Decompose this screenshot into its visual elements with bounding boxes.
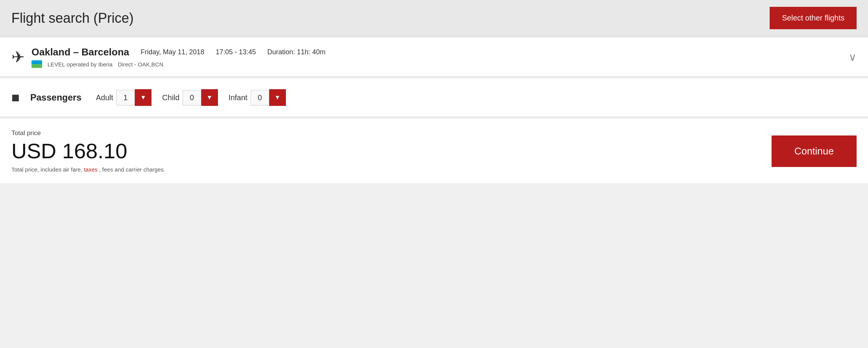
passengers-section: ■ Passengers Adult 1 ▼ Child 0 ▼ Infant … bbox=[0, 79, 868, 117]
infant-count: 0 bbox=[251, 90, 269, 106]
child-group: Child 0 ▼ bbox=[162, 89, 218, 106]
flight-time: 17:05 - 13:45 bbox=[216, 48, 256, 56]
header-bar: Flight search (Price) Select other fligh… bbox=[0, 0, 868, 36]
flight-section: ✈ Oakland – Barcelona Friday, May 11, 20… bbox=[0, 38, 868, 77]
total-price-label: Total price bbox=[11, 129, 165, 137]
passengers-icon: ■ bbox=[11, 90, 20, 106]
price-note-after: , fees and carrier charges. bbox=[99, 166, 165, 173]
price-note: Total price, includes air fare, taxes , … bbox=[11, 166, 165, 173]
flight-sub-row: LEVEL operated by Iberia Direct - OAK,BC… bbox=[32, 60, 325, 68]
infant-group: Infant 0 ▼ bbox=[229, 89, 286, 106]
select-other-flights-button[interactable]: Select other flights bbox=[770, 7, 857, 29]
flight-expand-chevron[interactable]: ∨ bbox=[849, 51, 857, 63]
taxes-link[interactable]: taxes bbox=[84, 166, 98, 173]
child-dropdown-button[interactable]: ▼ bbox=[201, 89, 218, 106]
flight-duration: Duration: 11h: 40m bbox=[267, 48, 325, 56]
flight-route: Oakland – Barcelona bbox=[32, 46, 129, 58]
adult-label: Adult bbox=[96, 93, 114, 102]
adult-count: 1 bbox=[116, 90, 135, 106]
infant-label: Infant bbox=[229, 93, 248, 102]
price-note-before: Total price, includes air fare, bbox=[11, 166, 82, 173]
flight-stops: Direct - OAK,BCN bbox=[118, 61, 163, 68]
adult-group: Adult 1 ▼ bbox=[96, 89, 152, 106]
flight-details: Oakland – Barcelona Friday, May 11, 2018… bbox=[32, 46, 325, 68]
plane-icon: ✈ bbox=[11, 48, 25, 66]
airline-name: LEVEL operated by Iberia bbox=[47, 61, 112, 68]
child-label: Child bbox=[162, 93, 180, 102]
adult-chevron-icon: ▼ bbox=[140, 94, 146, 101]
price-left: Total price USD 168.10 Total price, incl… bbox=[11, 129, 165, 173]
infant-dropdown-button[interactable]: ▼ bbox=[269, 89, 286, 106]
continue-button[interactable]: Continue bbox=[772, 135, 857, 167]
flight-left: ✈ Oakland – Barcelona Friday, May 11, 20… bbox=[11, 46, 325, 68]
price-section: Total price USD 168.10 Total price, incl… bbox=[0, 119, 868, 183]
page-title: Flight search (Price) bbox=[11, 10, 134, 26]
infant-chevron-icon: ▼ bbox=[275, 94, 281, 101]
adult-dropdown-button[interactable]: ▼ bbox=[135, 89, 152, 106]
flight-route-row: Oakland – Barcelona Friday, May 11, 2018… bbox=[32, 46, 325, 58]
price-amount: USD 168.10 bbox=[11, 139, 165, 163]
child-count: 0 bbox=[183, 90, 201, 106]
flight-date: Friday, May 11, 2018 bbox=[140, 48, 204, 56]
child-chevron-icon: ▼ bbox=[207, 94, 213, 101]
passengers-label: Passengers bbox=[30, 92, 82, 103]
airline-logo-icon bbox=[32, 60, 42, 68]
